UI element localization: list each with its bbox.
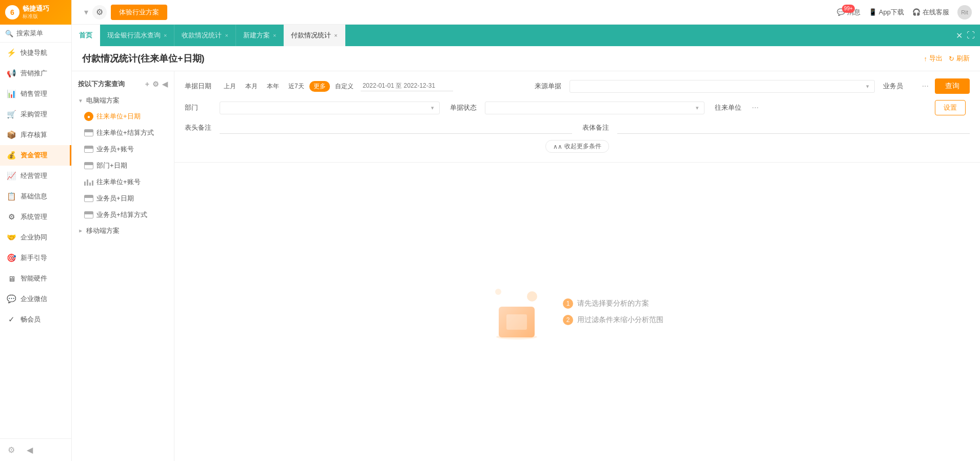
tab-maximize-btn[interactable]: ⛶: [967, 31, 975, 40]
sidebar-item-label-capital: 资金管理: [21, 151, 47, 160]
profile-dropdown-icon[interactable]: ▾: [84, 7, 88, 17]
sidebar-item-quick-nav[interactable]: ⚡快捷导航: [0, 43, 71, 63]
sidebar-item-enterprise[interactable]: 🤝企业协同: [0, 227, 71, 248]
date-last-month-btn[interactable]: 上月: [220, 81, 240, 92]
scheme-panel-header: 按以下方案查询 + ⚙ ◀: [72, 75, 174, 93]
scheme-item-1[interactable]: 往来单位+结算方式: [72, 125, 174, 141]
header-note-label: 表头备注: [185, 123, 215, 132]
doc-status-select[interactable]: ▾: [485, 102, 705, 114]
headset-icon: 🎧: [912, 8, 920, 16]
export-btn[interactable]: ↑ 导出: [924, 54, 943, 63]
tab-receipts-close[interactable]: ×: [225, 32, 228, 38]
date-this-year-btn[interactable]: 本年: [263, 81, 283, 92]
scheme-settings-btn[interactable]: ⚙: [152, 80, 159, 88]
sidebar-item-label-vip: 畅会员: [21, 315, 41, 324]
scheme-item-5[interactable]: 业务员+日期: [72, 190, 174, 207]
mobile-group-arrow-icon: ▼: [77, 228, 83, 233]
sidebar-item-label-sales: 销售管理: [21, 89, 47, 98]
salesman-label: 业务员: [883, 82, 914, 91]
sidebar-item-label-hardware: 智能硬件: [21, 274, 47, 283]
operation-icon: 📈: [6, 171, 16, 181]
scheme-group-mobile: ▼ 移动端方案: [72, 223, 174, 238]
sidebar-item-label-wechat: 企业微信: [21, 294, 47, 304]
counterparty-more-btn[interactable]: ···: [750, 103, 760, 112]
sidebar-item-guide[interactable]: 🎯新手引导: [0, 248, 71, 268]
scheme-add-btn[interactable]: +: [145, 80, 149, 88]
notifications-btn[interactable]: 💬 消息 99+: [837, 8, 860, 17]
sidebar-item-label-quick-nav: 快捷导航: [21, 48, 47, 57]
dept-select[interactable]: ▾: [220, 102, 440, 114]
scheme-item-6[interactable]: 业务员+结算方式: [72, 207, 174, 223]
date-7days-btn[interactable]: 近7天: [284, 81, 308, 92]
sidebar-item-purchase[interactable]: 🛒采购管理: [0, 104, 71, 125]
date-range-input[interactable]: [361, 82, 453, 91]
sidebar-item-label-inventory: 库存核算: [21, 130, 47, 139]
tab-cashflow[interactable]: 现金银行流水查询 ×: [100, 25, 174, 46]
app-download-btn[interactable]: 📱 App下载: [869, 8, 904, 17]
scheme-collapse-btn[interactable]: ◀: [162, 80, 168, 88]
trial-industry-btn[interactable]: 体验行业方案: [111, 5, 167, 20]
tab-receipts[interactable]: 收款情况统计 ×: [174, 25, 236, 46]
scheme-item-icon-2: [84, 146, 93, 153]
topbar-settings-btn[interactable]: ⚙: [92, 5, 107, 19]
tab-cashflow-close[interactable]: ×: [164, 32, 167, 38]
sidebar-header: 6 畅捷通巧 标准版: [0, 0, 71, 25]
sidebar-item-system[interactable]: ⚙系统管理: [0, 207, 71, 227]
tab-new-scheme-close[interactable]: ×: [273, 32, 276, 38]
user-avatar[interactable]: Rit: [957, 5, 972, 19]
date-label: 单据日期: [185, 82, 215, 91]
vip-icon: ✓: [6, 314, 16, 325]
sidebar-item-capital[interactable]: 💰资金管理: [0, 145, 71, 166]
scheme-item-0[interactable]: ● 往来单位+日期: [72, 108, 174, 125]
date-more-btn[interactable]: 更多: [309, 81, 330, 92]
scheme-group-mobile-header[interactable]: ▼ 移动端方案: [72, 223, 174, 238]
tab-payments[interactable]: 付款情况统计 ×: [284, 25, 345, 46]
collapse-more-btn[interactable]: ∧∧ 收起更多条件: [545, 140, 609, 153]
tab-payments-close[interactable]: ×: [334, 32, 337, 38]
source-select[interactable]: ▾: [570, 80, 874, 93]
scheme-item-4[interactable]: 往来单位+账号: [72, 174, 174, 190]
page-title: 付款情况统计(往来单位+日期): [82, 52, 205, 65]
settings-footer-icon[interactable]: ⚙: [5, 444, 17, 456]
sidebar-item-hardware[interactable]: 🖥智能硬件: [0, 268, 71, 289]
sidebar-item-label-basic: 基础信息: [21, 192, 47, 201]
collapse-icon: ∧∧: [553, 143, 562, 150]
date-custom-btn[interactable]: 自定义: [331, 81, 358, 92]
empty-hint: 1 请先选择要分析的方案 2 用过滤条件来缩小分析范围: [563, 298, 663, 325]
tab-home[interactable]: 首页: [72, 25, 100, 46]
sidebar-item-sales[interactable]: 📊销售管理: [0, 84, 71, 104]
collapse-footer-icon[interactable]: ◀: [24, 444, 36, 456]
salesman-more-btn[interactable]: ···: [920, 82, 931, 91]
topbar-right: 💬 消息 99+ 📱 App下载 🎧 在线客服 Rit: [837, 5, 972, 19]
settings-btn[interactable]: 设置: [935, 100, 966, 115]
search-menu[interactable]: 🔍 搜索菜单: [0, 25, 71, 43]
sidebar-item-vip[interactable]: ✓畅会员: [0, 309, 71, 330]
sidebar-item-operation[interactable]: 📈经营管理: [0, 166, 71, 186]
query-btn[interactable]: 查询: [935, 78, 970, 94]
filter-area: 单据日期 上月 本月 本年 近7天 更多 自定义 来源单据: [174, 71, 980, 163]
tab-new-scheme[interactable]: 新建方案 ×: [236, 25, 284, 46]
source-dropdown-icon: ▾: [866, 83, 869, 90]
body-wrap: 按以下方案查询 + ⚙ ◀ ▼ 电脑端方案 ● 往来单位+日期: [72, 71, 980, 461]
topbar: ▾ ⚙ 体验行业方案 💬 消息 99+ 📱 App下载 🎧 在线客服 Rit: [72, 0, 980, 25]
page-header: 付款情况统计(往来单位+日期) ↑ 导出 ↻ 刷新: [72, 46, 980, 71]
sidebar-item-basic[interactable]: 📋基础信息: [0, 186, 71, 207]
online-service-btn[interactable]: 🎧 在线客服: [912, 8, 949, 17]
header-note-input[interactable]: [220, 122, 572, 134]
inventory-icon: 📦: [6, 130, 16, 140]
sidebar-item-inventory[interactable]: 📦库存核算: [0, 125, 71, 145]
quick-nav-icon: ⚡: [6, 48, 16, 58]
scheme-item-3[interactable]: 部门+日期: [72, 157, 174, 174]
tab-close-all-btn[interactable]: ✕: [956, 31, 963, 41]
search-icon: 🔍: [5, 30, 13, 37]
content-area: 付款情况统计(往来单位+日期) ↑ 导出 ↻ 刷新 按以下方案查询 +: [72, 46, 980, 461]
sidebar-item-marketing[interactable]: 📢营销推广: [0, 63, 71, 84]
scheme-group-pc-header[interactable]: ▼ 电脑端方案: [72, 93, 174, 108]
sidebar-item-wechat[interactable]: 💬企业微信: [0, 289, 71, 309]
sidebar-nav: ⚡快捷导航📢营销推广📊销售管理🛒采购管理📦库存核算💰资金管理📈经营管理📋基础信息…: [0, 43, 71, 438]
topbar-left: ▾ ⚙ 体验行业方案: [80, 5, 831, 20]
body-note-input[interactable]: [617, 122, 970, 134]
scheme-item-2[interactable]: 业务员+账号: [72, 141, 174, 157]
refresh-btn[interactable]: ↻ 刷新: [949, 54, 970, 63]
date-this-month-btn[interactable]: 本月: [241, 81, 262, 92]
